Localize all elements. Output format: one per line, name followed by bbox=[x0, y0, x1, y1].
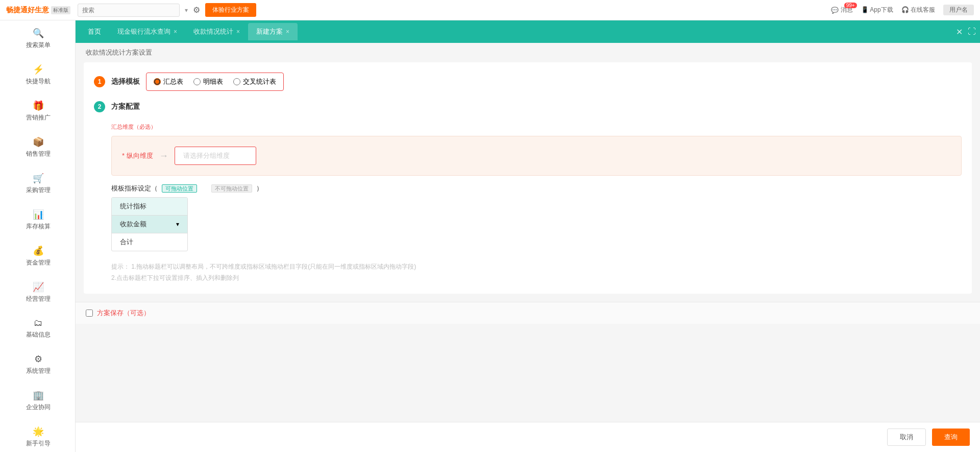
sidebar-item-label: 资金管理 bbox=[26, 258, 51, 267]
tip-2: 2.点击标题栏下拉可设置排序、插入列和删除列 bbox=[111, 273, 962, 284]
sidebar-item-finance[interactable]: 💰 资金管理 bbox=[0, 238, 75, 274]
tab-new-plan-label: 新建方案 bbox=[256, 27, 283, 36]
tab-home[interactable]: 首页 bbox=[80, 23, 109, 40]
sidebar-item-system[interactable]: ⚙ 系统管理 bbox=[0, 346, 75, 383]
logo: 畅捷通好生意 标准版 bbox=[6, 1, 72, 19]
tab-collection-stats[interactable]: 收款情况统计 × bbox=[185, 23, 248, 40]
step2-row: 2 方案配置 bbox=[94, 101, 962, 112]
indicator-group-label: 统计指标 bbox=[120, 202, 146, 211]
page-content: 收款情况统计方案设置 1 选择模板 汇总表 明细表 bbox=[76, 43, 980, 422]
column-dropdown-icon[interactable]: ▾ bbox=[176, 221, 179, 228]
sidebar-item-purchase[interactable]: 🛒 采购管理 bbox=[0, 165, 75, 202]
sidebar-item-label: 基础信息 bbox=[26, 330, 51, 339]
content-area: 首页 现金银行流水查询 × 收款情况统计 × 新建方案 × ✕ ⛶ 收 bbox=[76, 20, 980, 452]
sidebar-item-enterprise[interactable]: 🏢 企业协同 bbox=[0, 383, 75, 419]
tab-bar-actions: ✕ ⛶ bbox=[956, 27, 976, 37]
gear-icon[interactable]: ⚙ bbox=[193, 5, 200, 15]
tab-bank-flow[interactable]: 现金银行流水查询 × bbox=[109, 23, 185, 40]
tab-bank-flow-close[interactable]: × bbox=[174, 28, 177, 35]
radio-summary[interactable]: 汇总表 bbox=[154, 77, 183, 86]
query-button[interactable]: 查询 bbox=[932, 429, 970, 446]
dropdown-arrow[interactable]: ▾ bbox=[185, 7, 188, 14]
step2-title: 方案配置 bbox=[111, 102, 140, 111]
indicator-row: 合计 bbox=[112, 233, 187, 251]
sidebar-item-label: 快捷导航 bbox=[26, 77, 51, 86]
expand-window-icon[interactable]: ⛶ bbox=[968, 27, 976, 36]
sales-icon: 📦 bbox=[33, 136, 44, 148]
radio-summary-label: 汇总表 bbox=[163, 77, 183, 86]
user-area[interactable]: 用户名 bbox=[943, 5, 974, 15]
message-area[interactable]: 💬 消息 99+ bbox=[831, 6, 853, 14]
bottom-bar: 取消 查询 bbox=[76, 422, 980, 452]
dimension-select[interactable]: 请选择分组维度 bbox=[175, 147, 256, 165]
template-radio-group: 汇总表 明细表 交叉统计表 bbox=[146, 73, 284, 91]
tab-new-plan-close[interactable]: × bbox=[286, 28, 289, 35]
download-area[interactable]: 📱 App下载 bbox=[861, 6, 893, 14]
sidebar-item-label: 销售管理 bbox=[26, 150, 51, 158]
tab-collection-close[interactable]: × bbox=[236, 28, 240, 35]
indicator-table: 统计指标 收款金额 ▾ 合计 bbox=[111, 197, 188, 251]
indicator-label-suffix: ） bbox=[256, 184, 263, 192]
dimension-title: 汇总维度（必选） bbox=[111, 123, 962, 131]
trial-button[interactable]: 体验行业方案 bbox=[205, 3, 256, 17]
dimension-config: 汇总维度（必选） * 纵向维度 → 请选择分组维度 bbox=[111, 123, 962, 283]
system-icon: ⚙ bbox=[34, 353, 42, 365]
tip-1: 提示： 1.拖动标题栏可以调整布局，不可跨维度或指标区域拖动栏目字段(只能在同一… bbox=[111, 261, 962, 273]
tab-new-plan[interactable]: 新建方案 × bbox=[248, 23, 298, 40]
tab-collection-stats-label: 收款情况统计 bbox=[193, 27, 233, 36]
radio-detail-label: 明细表 bbox=[203, 77, 223, 86]
beginner-icon: 🌟 bbox=[33, 426, 44, 437]
tab-home-label: 首页 bbox=[88, 27, 101, 36]
cancel-button[interactable]: 取消 bbox=[887, 429, 926, 446]
operations-icon: 📈 bbox=[33, 281, 44, 293]
radio-detail[interactable]: 明细表 bbox=[193, 77, 223, 86]
step1-num: 1 bbox=[94, 76, 105, 87]
step1-row: 1 选择模板 汇总表 明细表 交叉统计表 bbox=[94, 73, 962, 91]
purchase-icon: 🛒 bbox=[33, 173, 44, 184]
sidebar-item-beginner[interactable]: 🌟 新手引导 bbox=[0, 419, 75, 452]
sidebar-item-marketing[interactable]: 🎁 营销推广 bbox=[0, 93, 75, 129]
sidebar-item-label: 搜索菜单 bbox=[26, 41, 51, 50]
support-area[interactable]: 🎧 在线客服 bbox=[901, 6, 935, 14]
message-count: 99+ bbox=[844, 3, 857, 8]
footer-section: 方案保存（可选） bbox=[76, 302, 980, 324]
step2-num: 2 bbox=[94, 101, 105, 112]
sidebar-item-label: 新手引导 bbox=[26, 439, 51, 448]
logo-text: 畅捷通好生意 bbox=[6, 6, 49, 15]
sidebar-item-sales[interactable]: 📦 销售管理 bbox=[0, 129, 75, 165]
sidebar-item-search-menu[interactable]: 🔍 搜索菜单 bbox=[0, 20, 75, 57]
sidebar-item-label: 库存核算 bbox=[26, 222, 51, 231]
inventory-icon: 📊 bbox=[33, 209, 44, 220]
sidebar-item-label: 经营管理 bbox=[26, 295, 51, 303]
fixed-tag: 不可拖动位置 bbox=[211, 184, 252, 193]
vertical-dimension-label: * 纵向维度 bbox=[122, 151, 153, 160]
search-input[interactable] bbox=[78, 4, 180, 17]
sidebar: 🔍 搜索菜单 ⚡ 快捷导航 🎁 营销推广 📦 销售管理 🛒 采购管理 📊 库存核… bbox=[0, 20, 76, 452]
sidebar-item-quick-nav[interactable]: ⚡ 快捷导航 bbox=[0, 57, 75, 93]
indicator-label: 模板指标设定（ 可拖动位置 不可拖动位置 ） bbox=[111, 184, 962, 193]
sidebar-item-label: 营销推广 bbox=[26, 113, 51, 122]
close-window-icon[interactable]: ✕ bbox=[956, 27, 963, 37]
dimension-row: * 纵向维度 → 请选择分组维度 bbox=[122, 147, 951, 165]
marketing-icon: 🎁 bbox=[33, 100, 44, 111]
sidebar-item-basic-info[interactable]: 🗂 基础信息 bbox=[0, 311, 75, 346]
basic-info-icon: 🗂 bbox=[34, 318, 43, 328]
step2-section: 2 方案配置 汇总维度（必选） * 纵向维度 → bbox=[94, 101, 962, 283]
save-plan-checkbox[interactable] bbox=[86, 310, 93, 317]
finance-icon: 💰 bbox=[33, 245, 44, 256]
indicator-column-label: 收款金额 bbox=[120, 220, 146, 229]
tab-bar: 首页 现金银行流水查询 × 收款情况统计 × 新建方案 × ✕ ⛶ bbox=[76, 20, 980, 43]
sidebar-item-inventory[interactable]: 📊 库存核算 bbox=[0, 202, 75, 238]
enterprise-icon: 🏢 bbox=[33, 390, 44, 401]
radio-cross[interactable]: 交叉统计表 bbox=[233, 77, 276, 86]
save-plan-label: 方案保存（可选） bbox=[97, 308, 150, 318]
top-bar: 畅捷通好生意 标准版 ▾ ⚙ 体验行业方案 💬 消息 99+ 📱 App下载 🎧… bbox=[0, 0, 980, 20]
indicator-group-header: 统计指标 bbox=[112, 198, 187, 216]
indicator-column-header[interactable]: 收款金额 ▾ bbox=[112, 216, 187, 233]
sidebar-item-operations[interactable]: 📈 经营管理 bbox=[0, 274, 75, 311]
top-bar-right: 💬 消息 99+ 📱 App下载 🎧 在线客服 用户名 bbox=[831, 5, 974, 15]
indicator-section: 模板指标设定（ 可拖动位置 不可拖动位置 ） 统计指标 bbox=[111, 184, 962, 283]
tab-bank-flow-label: 现金银行流水查询 bbox=[117, 27, 170, 36]
dimension-area: * 纵向维度 → 请选择分组维度 bbox=[111, 136, 962, 176]
sidebar-item-label: 采购管理 bbox=[26, 186, 51, 195]
